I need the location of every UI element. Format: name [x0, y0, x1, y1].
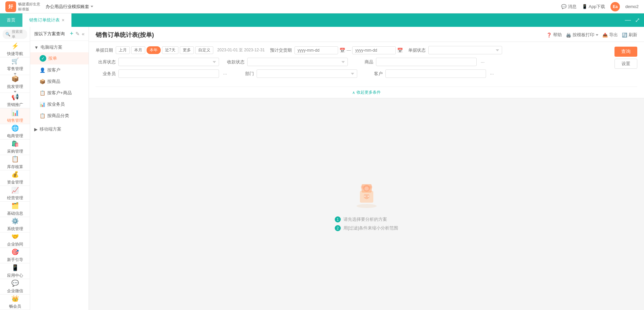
scheme-add-button[interactable]: + — [70, 30, 73, 37]
scheme-item-by-customer[interactable]: 👤 按客户 — [30, 64, 89, 76]
scheme-customer-goods-icon: 📋 — [40, 90, 45, 96]
sidebar-item-quick-nav[interactable]: ⚡ 快捷导航 — [0, 42, 30, 57]
scheme-item-by-goods[interactable]: 📦 按商品 — [30, 76, 89, 87]
empty-tip-2: 2 用[过滤]条件来缩小分析范围 — [335, 225, 398, 231]
date-btn-this-year[interactable]: 本年 — [147, 46, 161, 54]
sidebar-item-wholesale[interactable]: 📦 批发管理 — [0, 75, 30, 93]
sidebar-item-system[interactable]: ⚙️ 系统管理 — [0, 217, 30, 232]
filter-salesperson: 业务员 ··· — [96, 69, 228, 78]
sidebar-item-marketing[interactable]: 📢 营销推广 — [0, 93, 30, 108]
topbar: 好 畅捷通好生意 标准版 办公用品行业模拟账套 💬 消息 📱 App下载 Ea … — [0, 0, 644, 13]
settings-button[interactable]: 设置 — [614, 59, 637, 69]
svg-point-4 — [364, 187, 369, 191]
date-btn-last-7-days[interactable]: 近7天 — [162, 46, 178, 54]
filter-customer: 客户 ··· — [363, 69, 495, 78]
svg-rect-8 — [368, 186, 372, 189]
svg-rect-9 — [361, 186, 365, 189]
collapse-bar[interactable]: ∧ 收起更多条件 — [96, 87, 637, 98]
help-button[interactable]: ❓ 帮助 — [546, 32, 562, 38]
scheme-item-by-salesperson[interactable]: 📊 按业务员 — [30, 99, 89, 110]
sidebar-item-basic[interactable]: 🗂️ 基础信息 — [0, 202, 30, 217]
expected-date-start-input[interactable] — [294, 46, 338, 54]
sidebar-search-area: 🔍 搜索菜单 — [0, 27, 30, 42]
logo-area: 好 畅捷通好生意 标准版 — [5, 1, 40, 12]
scheme-salesperson-icon: 📊 — [40, 102, 45, 107]
date-btn-this-month[interactable]: 本月 — [131, 46, 145, 54]
message-button[interactable]: 💬 消息 — [561, 4, 577, 10]
date-btn-custom[interactable]: 自定义 — [195, 46, 213, 54]
app-download-button[interactable]: 📱 App下载 — [582, 4, 605, 10]
empty-tips: 1 请先选择要分析的方案 2 用[过滤]条件来缩小分析范围 — [335, 216, 398, 231]
scheme-item-by-customer-goods[interactable]: 📋 按客户+商品 — [30, 87, 89, 99]
export-button[interactable]: 📤 导出 — [602, 32, 618, 38]
calendar-start-icon[interactable]: 📅 — [339, 48, 345, 53]
sidebar-item-app-center[interactable]: 📱 应用中心 — [0, 263, 30, 279]
sidebar-item-new-guide[interactable]: 🎯 新手引导 — [0, 248, 30, 263]
scheme-panel: 按以下方案查询 + ✎ « ▼ 电脑端方案 ✓ 按单 👤 按客户 — [30, 27, 89, 310]
refresh-button[interactable]: 🔄 刷新 — [622, 32, 637, 38]
sidebar-item-retail[interactable]: 🛒 零售管理 — [0, 57, 30, 75]
scheme-collapse-button[interactable]: « — [82, 31, 85, 37]
scheme-item-by-order[interactable]: ✓ 按单 — [30, 52, 89, 64]
department-select[interactable] — [257, 69, 357, 78]
scheme-customer-icon: 👤 — [40, 67, 45, 73]
filter-row-1: 单据日期 上月 本月 本年 近7天 更多 自定义 2023-01-01 至 20… — [96, 46, 610, 54]
page-selector-chevron — [91, 6, 93, 7]
pc-group-arrow: ▼ — [34, 45, 39, 50]
topbar-left: 好 畅捷通好生意 标准版 办公用品行业模拟账套 — [5, 1, 96, 12]
print-button[interactable]: 🖨️ 按模板打印 — [566, 32, 598, 38]
tab-home[interactable]: 首页 — [0, 13, 22, 27]
salesperson-ellipsis-icon[interactable]: ··· — [222, 71, 228, 76]
user-name[interactable]: demo2 — [625, 4, 639, 9]
customer-ellipsis-icon[interactable]: ··· — [489, 71, 495, 76]
goods-input[interactable] — [376, 58, 477, 66]
nav-maximize-icon[interactable]: ⤢ — [634, 16, 641, 24]
date-btn-more[interactable]: 更多 — [180, 46, 194, 54]
date-btn-last-month[interactable]: 上月 — [116, 46, 130, 54]
query-button[interactable]: 查询 — [614, 47, 637, 57]
sidebar-item-sales[interactable]: 📊 销售管理 — [0, 108, 30, 124]
tab-sales-order-statistics[interactable]: 销售订单统计表 × — [22, 13, 71, 27]
sidebar-item-enterprise[interactable]: 🤝 企业协同 — [0, 232, 30, 248]
print-chevron-icon — [596, 34, 598, 36]
delivery-status-select[interactable] — [118, 58, 219, 66]
page-title: 销售订单统计表(按单) — [96, 31, 154, 39]
filter-bill-status: 单据状态 — [408, 46, 502, 54]
sidebar-item-purchase[interactable]: 🛍️ 采购管理 — [0, 140, 30, 155]
sidebar-item-member[interactable]: 👑 畅会员 — [0, 295, 30, 310]
calendar-end-icon[interactable]: 📅 — [397, 48, 403, 53]
scheme-edit-button[interactable]: ✎ — [75, 31, 80, 37]
filter-rows: 单据日期 上月 本月 本年 近7天 更多 自定义 2023-01-01 至 20… — [96, 46, 610, 81]
nav-minimize-icon[interactable]: — — [624, 16, 632, 24]
sidebar-item-operation[interactable]: 📈 经营管理 — [0, 186, 30, 201]
expected-date-end-input[interactable] — [352, 46, 396, 54]
customer-input[interactable] — [385, 69, 486, 78]
bill-status-select[interactable] — [428, 46, 502, 54]
sidebar-item-ecommerce[interactable]: 🌐 电商管理 — [0, 124, 30, 140]
scheme-group-pc-header[interactable]: ▼ 电脑端方案 — [30, 42, 89, 52]
page-header: 销售订单统计表(按单) ❓ 帮助 🖨️ 按模板打印 📤 导出 — [89, 27, 644, 42]
logo-icon: 好 — [5, 1, 16, 12]
scheme-panel-actions: + ✎ « — [70, 30, 85, 37]
payment-status-select[interactable] — [247, 58, 348, 66]
filter-date-quick-buttons: 上月 本月 本年 近7天 更多 自定义 — [116, 46, 213, 54]
sidebar-item-finance[interactable]: 💰 资金管理 — [0, 170, 30, 186]
tab-close-icon[interactable]: × — [62, 18, 64, 22]
topbar-right: 💬 消息 📱 App下载 Ea demo2 — [561, 2, 639, 11]
scheme-item-by-goods-category[interactable]: 📋 按商品分类 — [30, 110, 89, 121]
goods-ellipsis-icon[interactable]: ··· — [479, 59, 486, 65]
scheme-goods-icon: 📦 — [40, 79, 45, 84]
sidebar-item-inventory[interactable]: 📋 库存核算 — [0, 155, 30, 170]
sidebar-item-wechat[interactable]: 💬 企业微信 — [0, 279, 30, 295]
filter-delivery-status: 出库状态 — [96, 58, 219, 66]
page-selector[interactable]: 办公用品行业模拟账套 — [43, 2, 96, 11]
user-avatar[interactable]: Ea — [610, 2, 620, 11]
scheme-group-mobile: ▶ 移动端方案 — [30, 123, 89, 136]
nav-actions: — ⤢ — [624, 16, 644, 24]
scheme-group-mobile-header[interactable]: ▶ 移动端方案 — [30, 124, 89, 134]
query-btn-group: 查询 设置 — [614, 46, 637, 69]
sidebar-search-inner[interactable]: 🔍 搜索菜单 — [3, 30, 27, 39]
salesperson-input[interactable] — [118, 69, 219, 78]
logo-text: 畅捷通好生意 标准版 — [18, 2, 40, 11]
main-layout: 🔍 搜索菜单 ⚡ 快捷导航 🛒 零售管理 📦 批发管理 📢 营销推广 📊 销售管… — [0, 27, 644, 310]
